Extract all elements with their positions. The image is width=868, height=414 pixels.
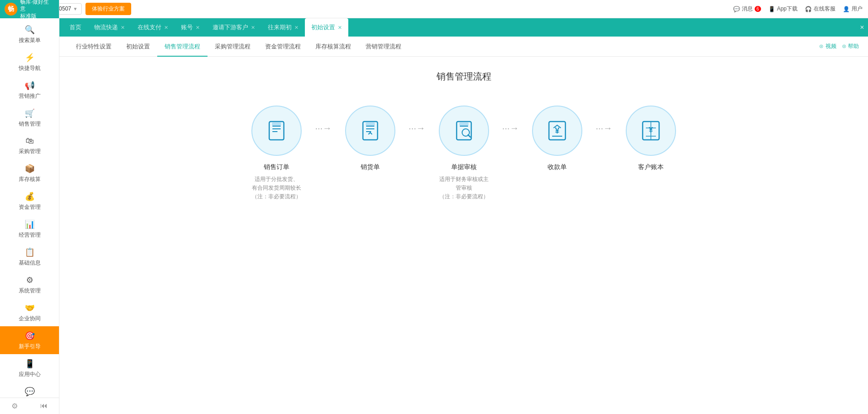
- message-button[interactable]: 💬 消息 6: [733, 5, 761, 13]
- sidebar-item-label: 库存核算: [19, 175, 41, 183]
- sidebar-item-app_center[interactable]: 📱 应用中心: [0, 354, 59, 382]
- purchase-icon: 🛍: [26, 136, 34, 146]
- system-icon: ⚙: [26, 275, 33, 285]
- sidebar-item-sales[interactable]: 🛒 销售管理: [0, 104, 59, 132]
- sub-tab-营销管理流程[interactable]: 营销管理流程: [358, 37, 409, 57]
- sub-tab-采购管理流程[interactable]: 采购管理流程: [208, 37, 258, 57]
- flow-circle-sales_order: [251, 106, 302, 156]
- flow-step-receipt[interactable]: ¥ 收款单: [521, 106, 594, 175]
- flow-circle-receipt: ¥: [532, 106, 582, 156]
- svg-rect-14: [459, 122, 469, 126]
- sub-tab-初始设置[interactable]: 初始设置: [119, 37, 157, 57]
- sidebar-item-label: 搜索菜单: [19, 37, 41, 44]
- flow-diagram: 销售订单 适用于分批发货、有合同发货周期较长（注：非必要流程） ···→ 销货单…: [78, 106, 850, 202]
- sidebar-item-label: 应用中心: [19, 371, 41, 378]
- close-icon[interactable]: ✕: [196, 25, 200, 31]
- svg-line-12: [468, 135, 470, 137]
- flow-label-receipt: 收款单: [548, 163, 567, 171]
- close-all-icon: ✕: [860, 24, 864, 31]
- enterprise-icon: 🤝: [25, 303, 35, 313]
- nav-tab-首页[interactable]: 首页: [63, 18, 88, 37]
- page-content: 销售管理流程 销售订单 适用于分批发货、有合同发货周期较长（注：非必要流程） ·…: [59, 57, 868, 215]
- user-name-label: 用户: [852, 5, 863, 13]
- trial-button[interactable]: 体验行业方案: [85, 3, 131, 15]
- flow-step-sales_invoice[interactable]: 销货单: [334, 106, 407, 175]
- app-label: App下载: [777, 5, 798, 13]
- close-icon[interactable]: ✕: [121, 25, 125, 31]
- flow-arrow-2: ···→: [407, 123, 427, 133]
- nav-tab-往来期初[interactable]: 往来期初✕: [261, 18, 305, 37]
- nav-tab-物流快递[interactable]: 物流快递✕: [88, 18, 131, 37]
- flow-circle-audit: [439, 106, 489, 156]
- collapse-icon[interactable]: ⏮: [40, 402, 48, 410]
- sidebar-item-system[interactable]: ⚙ 系统管理: [0, 271, 59, 298]
- basic-icon: 📋: [25, 247, 35, 257]
- close-icon[interactable]: ✕: [164, 25, 168, 31]
- flow-step-sales_order[interactable]: 销售订单 适用于分批发货、有合同发货周期较长（注：非必要流程）: [240, 106, 313, 202]
- guide-icon: 🎯: [25, 331, 35, 341]
- svg-rect-4: [272, 122, 281, 126]
- sidebar-item-label: 新手引导: [19, 343, 41, 350]
- page-title: 销售管理流程: [78, 70, 850, 83]
- sidebar-bottom: ⚙ ⏮: [0, 398, 59, 414]
- arrow-icon: ···→: [596, 123, 612, 133]
- sidebar-item-guide[interactable]: 🎯 新手引导: [0, 326, 59, 354]
- sub-tab-库存核算流程[interactable]: 库存核算流程: [308, 37, 358, 57]
- sidebar-item-label: 资金管理: [19, 203, 41, 211]
- close-all-tabs-button[interactable]: ✕: [860, 24, 864, 31]
- sidebar-item-finance[interactable]: 💰 资金管理: [0, 187, 59, 215]
- sidebar-item-enterprise[interactable]: 🤝 企业协同: [0, 298, 59, 326]
- nav-tab-在线支付[interactable]: 在线支付✕: [131, 18, 175, 37]
- sidebar-item-basic[interactable]: 📋 基础信息: [0, 243, 59, 271]
- nav-tab-label: 往来期初: [268, 23, 292, 32]
- nav-tab-邀请下游客户[interactable]: 邀请下游客户✕: [206, 18, 261, 37]
- sidebar-item-label: 经营管理: [19, 231, 41, 239]
- flow-label-sales_invoice: 销货单: [361, 163, 380, 171]
- sub-tab-行业特性设置[interactable]: 行业特性设置: [69, 37, 119, 57]
- nav-tab-初始设置[interactable]: 初始设置✕: [305, 18, 348, 37]
- nav-tab-账号[interactable]: 账号✕: [175, 18, 206, 37]
- main-content: 行业特性设置初始设置销售管理流程采购管理流程资金管理流程库存核算流程营销管理流程…: [59, 37, 868, 414]
- sub-tab-销售管理流程[interactable]: 销售管理流程: [157, 37, 208, 57]
- sidebar-item-shortcut[interactable]: ⚡ 快捷导航: [0, 48, 59, 76]
- flow-step-customer_ledger[interactable]: ¥ 客户账本: [614, 106, 687, 175]
- sidebar-item-search[interactable]: 🔍 搜索菜单: [0, 20, 59, 48]
- flow-desc-audit: 适用于财务审核或主管审核（注：非必要流程）: [439, 175, 489, 202]
- flow-label-sales_order: 销售订单: [264, 163, 289, 171]
- message-icon: 💬: [733, 6, 740, 12]
- close-icon[interactable]: ✕: [251, 25, 255, 31]
- app-download-button[interactable]: 📱 App下载: [768, 5, 798, 13]
- settings-icon[interactable]: ⚙: [11, 402, 18, 410]
- chevron-down-icon: ▼: [73, 6, 78, 11]
- sidebar-item-purchase[interactable]: 🛍 采购管理: [0, 132, 59, 159]
- user-profile-button[interactable]: 👤 用户: [843, 5, 863, 13]
- sidebar-item-label: 采购管理: [19, 148, 41, 155]
- logo-text: 畅库·做好生意 标准版: [20, 0, 54, 20]
- sidebar-item-label: 基础信息: [19, 259, 41, 267]
- sidebar-item-operations[interactable]: 📊 经营管理: [0, 215, 59, 243]
- sub-tab-资金管理流程[interactable]: 资金管理流程: [258, 37, 308, 57]
- inventory-icon: 📦: [25, 164, 35, 174]
- top-bar: 用户690企业1660120507 ▼ 体验行业方案 💬 消息 6 📱 App下…: [0, 0, 868, 18]
- arrow-icon: ···→: [315, 123, 332, 133]
- weixin-icon: 💬: [25, 387, 35, 397]
- close-icon[interactable]: ✕: [338, 25, 342, 31]
- sidebar-item-marketing_promo[interactable]: 📢 营销推广: [0, 76, 59, 104]
- sub-tab-action-⊙ 视频[interactable]: ⊙ 视频: [819, 42, 836, 50]
- sidebar-item-inventory[interactable]: 📦 库存核算: [0, 159, 59, 187]
- flow-desc-sales_order: 适用于分批发货、有合同发货周期较长（注：非必要流程）: [252, 175, 301, 202]
- nav-tab-label: 物流快递: [94, 23, 118, 32]
- message-badge: 6: [755, 6, 761, 12]
- customer-service-button[interactable]: 🎧 在线客服: [805, 5, 836, 13]
- sidebar-item-label: 企业协同: [19, 315, 41, 323]
- flow-step-audit[interactable]: 单据审核 适用于财务审核或主管审核（注：非必要流程）: [427, 106, 501, 202]
- nav-tab-label: 在线支付: [138, 23, 161, 32]
- app-icon: 📱: [768, 6, 775, 12]
- sub-tab-action-⊙ 帮助[interactable]: ⊙ 帮助: [842, 42, 859, 50]
- close-icon[interactable]: ✕: [294, 25, 298, 31]
- sidebar-item-weixin[interactable]: 💬 企业微信: [0, 382, 59, 398]
- nav-tabs-bar: 首页物流快递✕在线支付✕账号✕邀请下游客户✕往来期初✕初始设置✕✕: [59, 18, 868, 37]
- logo-icon: 畅: [5, 3, 17, 16]
- svg-rect-9: [366, 122, 375, 126]
- marketing_promo-icon: 📢: [25, 80, 35, 90]
